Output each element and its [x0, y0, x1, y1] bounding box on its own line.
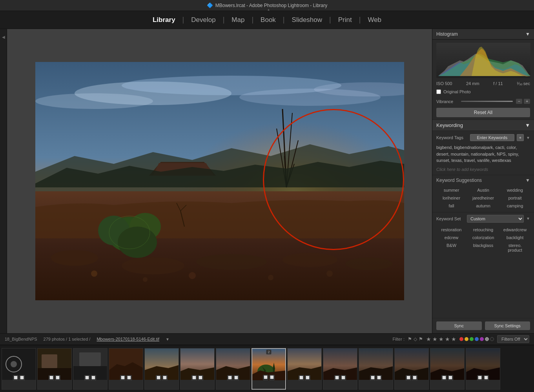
title-bar: 🔷 MBowers.lrcat - Adobe Photoshop Lightr… [0, 0, 534, 11]
thumb-7-icon-2: ⬜ [233, 375, 239, 381]
color-red[interactable] [459, 337, 463, 341]
filters-off-select[interactable]: Filters Off [497, 335, 529, 343]
kset-edcrew[interactable]: edcrew [436, 234, 467, 241]
suggestion-autumn[interactable]: autumn [468, 203, 498, 209]
kset-colorization[interactable]: colorization [468, 234, 498, 241]
film-thumb-2[interactable]: ⬜ ⬜ [37, 348, 72, 390]
filter-star-1[interactable]: ★ [426, 336, 431, 342]
suggestion-wedding[interactable]: wedding [500, 187, 530, 193]
vibrance-decrement[interactable]: − [516, 99, 522, 104]
original-photo-checkbox[interactable] [436, 89, 441, 94]
nav-map[interactable]: Map [224, 16, 252, 24]
keywording-header[interactable]: Keywording ▼ [432, 120, 534, 131]
svg-point-24 [91, 270, 97, 277]
sync-button[interactable]: Sync [436, 321, 482, 330]
film-thumb-7[interactable]: ⬜ ⬜ [216, 348, 250, 390]
svg-point-27 [268, 275, 273, 280]
filename[interactable]: Mbowers-20170118-5146-Edit.tif [97, 337, 159, 341]
suggestion-camping[interactable]: camping [500, 203, 530, 209]
thumb-4-icon-1: ⬜ [120, 375, 126, 381]
left-panel-toggle[interactable]: ◀ [2, 35, 5, 39]
suggestion-austin[interactable]: Austin [468, 187, 498, 193]
color-purple[interactable] [480, 337, 484, 341]
flag-rejected[interactable]: ⚑ [419, 336, 423, 342]
filename-arrow[interactable]: ▼ [166, 337, 169, 341]
color-gray[interactable] [485, 337, 489, 341]
kset-blackglass[interactable]: blackglass [468, 242, 498, 253]
exif-aperture: f / 11 [493, 81, 503, 86]
exif-iso: ISO 500 [436, 81, 452, 86]
photo-count: 279 photos / 1 selected / [44, 337, 91, 341]
keyword-set-grid: restoration retouching edwardcrew edcrew… [432, 225, 534, 256]
kset-stereo-product[interactable]: stereo. product [500, 242, 530, 253]
flag-white[interactable]: ⚑ [408, 336, 412, 342]
film-thumb-1[interactable]: ⬜ ⬜ [2, 348, 36, 390]
suggestion-loriheiner[interactable]: loriheiner [436, 195, 467, 201]
film-thumb-3[interactable]: ⬜ ⬜ [73, 348, 108, 390]
left-strip: ◀ [0, 29, 7, 333]
keyword-set-select[interactable]: Custom [467, 215, 524, 223]
vibrance-increment[interactable]: + [524, 99, 530, 104]
film-thumb-13[interactable]: ⬜ ⬜ [430, 348, 465, 390]
kset-backlight[interactable]: backlight [500, 234, 530, 241]
kset-restoration[interactable]: restoration [436, 227, 467, 233]
svg-rect-41 [79, 352, 101, 366]
color-green[interactable] [470, 337, 474, 341]
nav-slideshow[interactable]: Slideshow [285, 16, 330, 24]
film-thumb-8[interactable]: 2 ⬜ ⬜ [252, 348, 286, 390]
nav-book[interactable]: Book [253, 16, 283, 24]
keyword-add-icon[interactable]: + [517, 134, 524, 141]
nav-print[interactable]: Print [331, 16, 359, 24]
thumb-10-icons: ⬜ ⬜ [334, 375, 346, 381]
film-thumb-4[interactable]: ⬜ ⬜ [109, 348, 143, 390]
suggestion-summer[interactable]: summer [436, 187, 467, 193]
keyword-suggestions-header[interactable]: Keyword Suggestions ▼ [432, 175, 534, 185]
keyword-set-chevron[interactable]: ▼ [526, 216, 530, 221]
film-thumb-5[interactable]: ⬜ ⬜ [144, 348, 179, 390]
status-bar: 18_BigBendNPS 279 photos / 1 selected / … [0, 333, 534, 345]
filter-star-2[interactable]: ★ [432, 336, 437, 342]
keyword-suggestions-chevron: ▼ [525, 178, 530, 183]
reset-all-button[interactable]: Reset All [436, 108, 530, 117]
film-thumb-10[interactable]: ⬜ ⬜ [323, 348, 357, 390]
film-thumb-9[interactable]: ⬜ ⬜ [287, 348, 322, 390]
film-thumb-12[interactable]: ⬜ ⬜ [394, 348, 429, 390]
click-to-add-keywords[interactable]: Click here to add keywords [432, 165, 534, 175]
film-thumb-11[interactable]: ⬜ ⬜ [359, 348, 393, 390]
nav-library[interactable]: Library [146, 16, 182, 24]
color-yellow[interactable] [465, 337, 468, 341]
kset-retouching[interactable]: retouching [468, 227, 498, 233]
color-blue[interactable] [475, 337, 479, 341]
svg-point-26 [189, 272, 196, 279]
thumb-14-icon-2: ⬜ [483, 375, 489, 381]
suggestion-portrait[interactable]: portrait [500, 195, 530, 201]
vibrance-slider[interactable] [461, 101, 513, 102]
film-thumb-6[interactable]: ⬜ ⬜ [180, 348, 215, 390]
color-dark[interactable] [490, 337, 494, 341]
filter-star-4[interactable]: ★ [445, 336, 450, 342]
keyword-tags-row: Keyword Tags Enter Keywords + ▼ [432, 131, 534, 143]
thumb-2-icon-1: ⬜ [49, 375, 54, 381]
sync-settings-button[interactable]: Sync Settings [485, 321, 530, 330]
histogram-header[interactable]: Histogram ▼ [432, 29, 534, 40]
svg-point-19 [51, 250, 98, 266]
thumb-5-icon-2: ⬜ [162, 375, 168, 381]
film-thumb-14[interactable]: ⬜ ⬜ [466, 348, 500, 390]
enter-keywords-button[interactable]: Enter Keywords [470, 134, 514, 141]
nav-web[interactable]: Web [361, 16, 388, 24]
suggestion-jaredheiner[interactable]: jaredheiner [468, 195, 498, 201]
thumb-6-icon-1: ⬜ [191, 375, 197, 381]
nav-develop[interactable]: Develop [184, 16, 222, 24]
flag-unflagged[interactable]: ◇ [414, 336, 417, 342]
keyword-dropdown-icon[interactable]: ▼ [526, 136, 530, 140]
thumb-3-icon-2: ⬜ [91, 375, 96, 381]
suggestion-fall[interactable]: fall [436, 203, 467, 209]
filter-star-3[interactable]: ★ [439, 336, 444, 342]
kset-edwardcrew[interactable]: edwardcrew [500, 227, 530, 233]
title-text: MBowers.lrcat - Adobe Photoshop Lightroo… [215, 3, 327, 8]
filter-star-5[interactable]: ★ [451, 336, 456, 342]
thumb-13-icon-2: ⬜ [448, 375, 453, 381]
keyword-set-label: Keyword Set [436, 216, 465, 221]
kset-bw[interactable]: B&W [436, 242, 467, 253]
main-layout: ◀ [0, 29, 534, 333]
